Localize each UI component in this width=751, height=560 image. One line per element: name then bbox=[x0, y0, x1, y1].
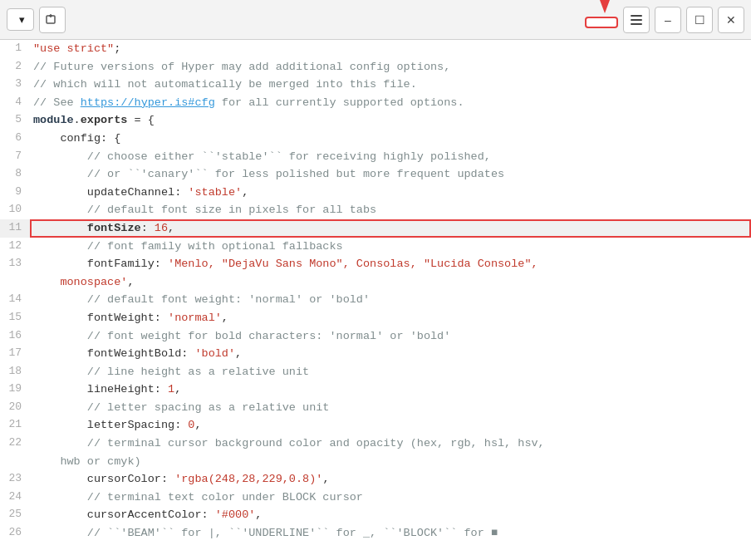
line-number: 25 bbox=[0, 506, 30, 524]
code-line: cursorAccentColor: '#000', bbox=[30, 506, 751, 524]
table-row: 6 config: { bbox=[0, 130, 751, 148]
code-line: // default font size in pixels for all t… bbox=[30, 201, 751, 219]
code-line: fontWeightBold: 'bold', bbox=[30, 345, 751, 363]
line-number: 26 bbox=[0, 524, 30, 543]
open-button[interactable]: ▾ bbox=[7, 8, 34, 31]
code-line: // line height as a relative unit bbox=[30, 363, 751, 381]
save-arrow-indicator bbox=[588, 0, 621, 13]
code-line: letterSpacing: 0, bbox=[30, 416, 751, 435]
code-line: module.exports = { bbox=[30, 111, 751, 130]
restore-button[interactable]: ☐ bbox=[686, 7, 713, 33]
code-line: // or ``'canary'`` for less polished but… bbox=[30, 165, 751, 184]
line-number: 20 bbox=[0, 399, 30, 417]
table-row: 1"use strict"; bbox=[0, 40, 751, 58]
code-line: hwb or cmyk) bbox=[30, 453, 751, 471]
line-number bbox=[0, 453, 30, 471]
table-row: 16 // font weight for bold characters: '… bbox=[0, 327, 751, 346]
table-row: 4// See https://hyper.is#cfg for all cur… bbox=[0, 94, 751, 112]
code-table: 1"use strict";2// Future versions of Hyp… bbox=[0, 40, 751, 543]
line-number bbox=[0, 273, 30, 292]
table-row: 2// Future versions of Hyper may add add… bbox=[0, 58, 751, 76]
line-number: 24 bbox=[0, 489, 30, 507]
line-number: 8 bbox=[0, 165, 30, 184]
line-number: 18 bbox=[0, 363, 30, 381]
line-number: 23 bbox=[0, 470, 30, 489]
table-row: 11 fontSize: 16, bbox=[0, 219, 751, 238]
line-number: 2 bbox=[0, 58, 30, 76]
code-line: // which will not automatically be merge… bbox=[30, 76, 751, 94]
table-row: 10 // default font size in pixels for al… bbox=[0, 201, 751, 219]
minimize-button[interactable]: – bbox=[655, 7, 681, 33]
code-line: // choose either ``'stable'`` for receiv… bbox=[30, 148, 751, 166]
line-number: 13 bbox=[0, 255, 30, 273]
line-number: 21 bbox=[0, 416, 30, 435]
code-line: // terminal cursor background color and … bbox=[30, 435, 751, 453]
code-line: "use strict"; bbox=[30, 40, 751, 58]
line-number: 19 bbox=[0, 381, 30, 399]
code-line: // default font weight: 'normal' or 'bol… bbox=[30, 291, 751, 309]
table-row: 8 // or ``'canary'`` for less polished b… bbox=[0, 165, 751, 184]
line-number: 6 bbox=[0, 130, 30, 148]
table-row: 21 letterSpacing: 0, bbox=[0, 416, 751, 435]
code-line: // letter spacing as a relative unit bbox=[30, 399, 751, 417]
table-row: 20 // letter spacing as a relative unit bbox=[0, 399, 751, 417]
code-line: // ``'BEAM'`` for |, ``'UNDERLINE'`` for… bbox=[30, 524, 751, 543]
line-number: 15 bbox=[0, 309, 30, 327]
line-number: 12 bbox=[0, 238, 30, 256]
line-number: 9 bbox=[0, 184, 30, 202]
table-row: 9 updateChannel: 'stable', bbox=[0, 184, 751, 202]
line-number: 10 bbox=[0, 201, 30, 219]
code-line: fontWeight: 'normal', bbox=[30, 309, 751, 327]
table-row: 25 cursorAccentColor: '#000', bbox=[0, 506, 751, 524]
chevron-down-icon: ▾ bbox=[19, 13, 25, 26]
table-row: 3// which will not automatically be merg… bbox=[0, 76, 751, 94]
new-tab-icon bbox=[46, 13, 59, 27]
table-row: 14 // default font weight: 'normal' or '… bbox=[0, 291, 751, 309]
table-row: 12 // font family with optional fallback… bbox=[0, 238, 751, 256]
line-number: 14 bbox=[0, 291, 30, 309]
table-row: 18 // line height as a relative unit bbox=[0, 363, 751, 381]
line-number: 16 bbox=[0, 327, 30, 346]
table-row: 5module.exports = { bbox=[0, 111, 751, 130]
code-line: fontFamily: 'Menlo, "DejaVu Sans Mono", … bbox=[30, 255, 751, 273]
table-row: 15 fontWeight: 'normal', bbox=[0, 309, 751, 327]
menu-button[interactable] bbox=[623, 7, 650, 33]
line-number: 17 bbox=[0, 345, 30, 363]
code-line: fontSize: 16, bbox=[30, 219, 751, 238]
table-row: 23 cursorColor: 'rgba(248,28,229,0.8)', bbox=[0, 470, 751, 489]
line-number: 11 bbox=[0, 219, 30, 238]
line-number: 4 bbox=[0, 94, 30, 112]
code-line: cursorColor: 'rgba(248,28,229,0.8)', bbox=[30, 470, 751, 489]
save-arrow-wrapper bbox=[585, 12, 618, 28]
table-row: 26 // ``'BEAM'`` for |, ``'UNDERLINE'`` … bbox=[0, 524, 751, 543]
code-line: monospace', bbox=[30, 273, 751, 292]
code-line: // See https://hyper.is#cfg for all curr… bbox=[30, 94, 751, 112]
titlebar: ▾ – ☐ ✕ bbox=[0, 0, 751, 40]
new-tab-button[interactable] bbox=[39, 7, 66, 33]
table-row: 17 fontWeightBold: 'bold', bbox=[0, 345, 751, 363]
table-row: 19 lineHeight: 1, bbox=[0, 381, 751, 399]
line-number: 5 bbox=[0, 111, 30, 130]
code-line: lineHeight: 1, bbox=[30, 381, 751, 399]
table-row: 7 // choose either ``'stable'`` for rece… bbox=[0, 148, 751, 166]
table-row: 24 // terminal text color under BLOCK cu… bbox=[0, 489, 751, 507]
code-line: // Future versions of Hyper may add addi… bbox=[30, 58, 751, 76]
code-line: config: { bbox=[30, 130, 751, 148]
code-line: updateChannel: 'stable', bbox=[30, 184, 751, 202]
line-number: 7 bbox=[0, 148, 30, 166]
code-line: // terminal text color under BLOCK curso… bbox=[30, 489, 751, 507]
table-row: monospace', bbox=[0, 273, 751, 292]
table-row: 13 fontFamily: 'Menlo, "DejaVu Sans Mono… bbox=[0, 255, 751, 273]
code-line: // font family with optional fallbacks bbox=[30, 238, 751, 256]
code-line: // font weight for bold characters: 'nor… bbox=[30, 327, 751, 346]
line-number: 22 bbox=[0, 435, 30, 453]
code-editor: 1"use strict";2// Future versions of Hyp… bbox=[0, 40, 751, 560]
save-button[interactable] bbox=[585, 17, 618, 28]
table-row: 22 // terminal cursor background color a… bbox=[0, 435, 751, 453]
line-number: 3 bbox=[0, 76, 30, 94]
table-row: hwb or cmyk) bbox=[0, 453, 751, 471]
close-button[interactable]: ✕ bbox=[718, 7, 744, 33]
line-number: 1 bbox=[0, 40, 30, 58]
